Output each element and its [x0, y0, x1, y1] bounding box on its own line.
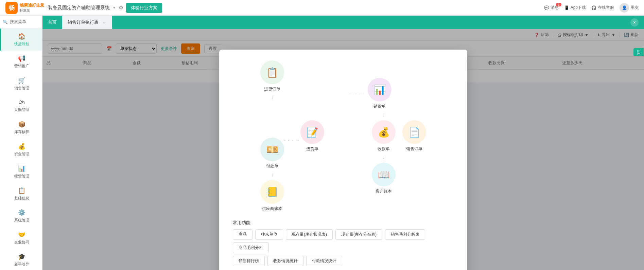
func-btn-inventory-status[interactable]: 现存量(库存状况表) — [286, 229, 333, 240]
app-download-button[interactable]: 📱 App下载 — [564, 5, 586, 11]
arrow-down-1: ↓ — [271, 95, 274, 100]
top-actions: 💬 消息 5 📱 App下载 🎧 在线客服 👤 用友 — [544, 3, 639, 13]
receipt-icon: 💰 — [378, 127, 390, 138]
supplier-ledger-circle: 📒 — [260, 180, 284, 204]
close-all-tabs-button[interactable]: × — [630, 18, 639, 26]
purchase-bill-label: 进货单 — [306, 146, 318, 152]
top-bar: 畅 畅康通好生意 标准版 装备及固定资产辅助管理系统 ▼ ⚙ 体验行业方案 💬 … — [0, 0, 644, 16]
sidebar: 🔍 搜索菜单 🏠 快捷导航 📢 营销推广 🛒 销售管理 🛍 采购管理 📦 — [0, 16, 42, 270]
sidebar-item-system[interactable]: ⚙️ 系统管理 — [0, 205, 42, 227]
tab-bar: 首页 销售订单执行表 × × — [42, 16, 644, 29]
func-btn-sales-gross-profit[interactable]: 销售毛利分析表 — [385, 229, 425, 240]
arrow-down-3: ↓ — [271, 172, 274, 177]
message-button[interactable]: 💬 消息 5 — [544, 5, 559, 11]
arrow-down-sales: ↓ — [382, 112, 385, 118]
flow-node-supplier-ledger[interactable]: 📒 供应商账本 — [260, 180, 284, 212]
sidebar-item-label: 经营管理 — [14, 174, 29, 179]
sidebar-item-label: 资金管理 — [14, 151, 29, 157]
func-btn-sales-ranking[interactable]: 销售排行榜 — [233, 256, 265, 266]
online-service-button[interactable]: 🎧 在线客服 — [591, 5, 614, 11]
flow-node-sales-bill[interactable]: 📊 销货单 — [368, 78, 391, 109]
receipt-label: 收款单 — [378, 146, 390, 152]
settings-button[interactable]: ⚙ — [119, 4, 123, 11]
common-buttons-grid-2: 销售排行榜 收款情况统计 付款情况统计 — [233, 256, 454, 266]
flow-col-far-right: 📄 销售订单 — [402, 120, 426, 152]
headset-icon: 🎧 — [591, 5, 596, 10]
tab-sales-order-label: 销售订单执行表 — [68, 19, 99, 25]
purchase-bill-icon: 📝 — [307, 127, 318, 138]
customer-ledger-icon: 📖 — [378, 169, 390, 180]
customer-ledger-label: 客户账本 — [376, 188, 392, 194]
func-btn-receipt-stats[interactable]: 收款情况统计 — [267, 256, 303, 266]
sales-order-circle: 📄 — [402, 120, 426, 144]
func-btn-product-gross-profit[interactable]: 商品毛利分析 — [233, 242, 269, 253]
purchase-icon: 🛍 — [19, 99, 25, 106]
tab-home[interactable]: 首页 — [42, 16, 62, 29]
sales-icon: 🛒 — [18, 77, 25, 84]
sidebar-item-enterprise[interactable]: 🤝 企业协同 — [0, 227, 42, 249]
dashed-arrow-left: - - - → — [284, 138, 300, 143]
user-name: 用友 — [630, 5, 639, 11]
flow-node-purchase-order[interactable]: 📋 进货订单 — [260, 60, 284, 92]
sidebar-item-basic-info[interactable]: 📋 基础信息 — [0, 183, 42, 205]
message-icon: 💬 — [544, 5, 549, 10]
sidebar-item-label: 基础信息 — [14, 196, 29, 201]
sidebar-item-label: 快捷导航 — [14, 41, 29, 47]
sales-order-label: 销售订单 — [406, 146, 422, 152]
flow-col-mid: 📝 进货单 — [300, 120, 324, 152]
marketing-icon: 📢 — [18, 55, 25, 62]
sidebar-item-quick-guide[interactable]: 🏠 快捷导航 — [0, 29, 42, 51]
flow-node-payment[interactable]: 💴 付款单 — [260, 138, 284, 169]
func-btn-product[interactable]: 商品 — [233, 229, 253, 240]
tab-close-button[interactable]: × — [101, 20, 107, 25]
sidebar-item-newbie[interactable]: 🎓 新手引导 — [0, 249, 42, 270]
sales-bill-label: 销货单 — [373, 104, 386, 109]
sidebar-item-finance[interactable]: 💰 资金管理 — [0, 139, 42, 161]
sidebar-item-label: 企业协同 — [14, 240, 29, 245]
payment-icon: 💴 — [266, 144, 278, 155]
info-icon: 📋 — [18, 187, 25, 194]
modal-overlay[interactable]: 📋 进货订单 ↓ 💴 — [42, 29, 644, 270]
flow-node-receipt[interactable]: 💰 收款单 — [372, 120, 396, 152]
logo-text: 畅康通好生意 标准版 — [20, 3, 44, 13]
tab-home-label: 首页 — [48, 19, 57, 25]
purchase-order-label: 进货订单 — [264, 86, 280, 92]
flow-node-sales-order[interactable]: 📄 销售订单 — [402, 120, 426, 152]
logo-icon: 畅 — [5, 2, 18, 14]
system-icon: ⚙️ — [18, 209, 25, 216]
system-title: 装备及固定资产辅助管理系统 — [48, 5, 110, 11]
sidebar-search[interactable]: 🔍 搜索菜单 — [0, 16, 42, 29]
flow-col-left: 📋 进货订单 ↓ 💴 — [260, 60, 284, 212]
sidebar-item-operations[interactable]: 📊 经营管理 — [0, 161, 42, 183]
common-buttons-grid: 商品 往来单位 现存量(库存状况表) 现存量(库存分布表) 销售毛利分析表 商品… — [233, 229, 454, 253]
sidebar-item-marketing[interactable]: 📢 营销推广 — [0, 51, 42, 73]
logo-area: 畅 畅康通好生意 标准版 — [5, 2, 48, 14]
avatar: 👤 — [620, 3, 629, 13]
sidebar-item-label: 销售管理 — [14, 86, 29, 91]
ea-badge[interactable]: Ea — [633, 48, 644, 56]
sidebar-item-label: 采购管理 — [14, 107, 29, 112]
func-btn-counterparty[interactable]: 往来单位 — [255, 229, 283, 240]
purchase-bill-circle: 📝 — [300, 120, 324, 144]
sidebar-item-inventory[interactable]: 📦 库存核算 — [0, 116, 42, 139]
modal: 📋 进货订单 ↓ 💴 — [219, 50, 467, 270]
payment-label: 付款单 — [266, 163, 278, 169]
tab-sales-order[interactable]: 销售订单执行表 × — [62, 16, 112, 29]
flow-node-customer-ledger[interactable]: 📖 客户账本 — [372, 163, 396, 194]
sidebar-item-purchase[interactable]: 🛍 采购管理 — [0, 95, 42, 116]
user-menu[interactable]: 👤 用友 — [620, 3, 639, 13]
operations-icon: 📊 — [18, 165, 25, 172]
common-functions-title: 常用功能 — [233, 220, 454, 226]
sidebar-item-sales[interactable]: 🛒 销售管理 — [0, 73, 42, 95]
flow-col-right-mid: ← - - - 📊 销货单 ↓ — [345, 78, 396, 194]
sidebar-item-label: 系统管理 — [14, 218, 29, 223]
purchase-order-circle: 📋 — [260, 60, 284, 84]
flow-node-purchase-bill[interactable]: 📝 进货单 — [300, 120, 324, 152]
func-btn-payment-stats[interactable]: 付款情况统计 — [306, 256, 342, 266]
sidebar-item-label: 营销推广 — [14, 64, 29, 69]
func-btn-inventory-distribution[interactable]: 现存量(库存分布表) — [335, 229, 382, 240]
content-area: 首页 销售订单执行表 × × ❓ 帮助 — [42, 16, 644, 270]
message-badge: 5 — [556, 3, 561, 6]
try-industry-button[interactable]: 体验行业方案 — [126, 3, 162, 13]
system-dropdown-arrow[interactable]: ▼ — [112, 6, 116, 10]
